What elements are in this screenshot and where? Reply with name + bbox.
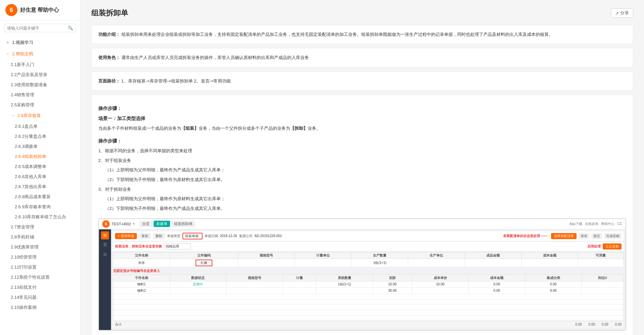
inner-copy-btn[interactable]: 复制 <box>139 233 151 239</box>
sidebar-item-29[interactable]: 2.9优惠券管理 <box>0 242 80 252</box>
inner-brow-4 <box>113 299 624 304</box>
sidebar-item-269[interactable]: 2.6.9库存账本查询 <box>0 202 80 212</box>
inner-tab-assembly[interactable]: 组装拆卸单 <box>171 221 195 227</box>
share-button[interactable]: ↗ 分享 <box>611 8 633 18</box>
sidebar-item-video[interactable]: ＋ 1.视频学习 <box>0 37 80 48</box>
sidebar-item-docs-label: 2.帮助文档 <box>12 51 33 57</box>
sidebar-item-28[interactable]: 2.8手机旺铺 <box>0 232 80 242</box>
scene1-title: 场景一：加工类型选择 <box>98 116 626 122</box>
inner-delete-btn[interactable]: 删除 <box>153 233 165 239</box>
inner-bottom-table: 子件名称 数据状态 规格型号 计量 系统数量 实际 成本单价 成本金额 集成分类 <box>113 275 624 321</box>
inner-footer-t4: 0.00 <box>615 323 622 326</box>
inner-confirm-btn[interactable]: 立定采购 <box>603 243 622 249</box>
step-3-1: （1）上部明细为父件明细，最终作为原材料生成其它出库单； <box>98 195 626 203</box>
screenshot-wrapper: 6 TEST-H002 ▾ 自贡 新建单 组装拆卸单 App下载 在线咨询 帮助… <box>98 218 626 331</box>
sidebar-item-266[interactable]: 2.6.6其他入库单 <box>0 172 80 182</box>
inner-tab-home[interactable]: 自贡 <box>140 221 152 227</box>
search-icon[interactable]: 🔍 <box>68 25 73 31</box>
inner-annotation-assembly: 组装业务、拆卸业务在这里切换 <box>115 244 162 249</box>
inner-top-cell-1-5: 1份(1+1) <box>352 259 408 267</box>
ops-steps-title: 操作步骤： <box>98 138 626 144</box>
inner-submit-btn[interactable]: 提交 <box>591 233 602 239</box>
inner-select-bom-btn[interactable]: 选择装配清单 <box>551 233 577 239</box>
sidebar-item-211[interactable]: 2.11打印设置 <box>0 262 80 272</box>
sidebar-item-22[interactable]: 2.2产品安装及登录 <box>0 70 80 80</box>
sidebar-item-261[interactable]: 2.6.1盘点单 <box>0 121 80 131</box>
inner-bc-1-7: 10.00 <box>412 281 469 287</box>
sidebar-item-212[interactable]: 2.12系统个性化设置 <box>0 272 80 282</box>
inner-brow-6 <box>113 310 624 315</box>
inner-app-icons: App下载 在线咨询 帮助中心 CC <box>570 222 622 226</box>
inner-find-input[interactable]: 找精品用 <box>164 243 191 249</box>
sidebar: 6 好生意 帮助中心 🔍 ＋ 1.视频学习 － 2.帮助文档 2.1新手入门 2… <box>0 0 80 335</box>
minus-icon-26: － <box>11 113 15 119</box>
inner-dropdown-icon: ▾ <box>133 222 135 226</box>
inner-sidebar-icon2[interactable]: ☰ <box>101 241 109 249</box>
inner-date-val: 2019-12-26 <box>220 234 237 238</box>
inner-bth-status: 数据状态 <box>170 275 226 281</box>
inner-bc-1-9: 0.00 <box>525 281 582 287</box>
inner-footer-label: 合计 <box>115 322 122 327</box>
share-icon: ↗ <box>615 11 619 16</box>
inner-tab-new[interactable]: 新建单 <box>154 221 170 227</box>
sidebar-item-27[interactable]: 2.7资金管理 <box>0 222 80 232</box>
inner-th-costamt: 成本金额 <box>522 252 578 259</box>
search-input[interactable] <box>7 26 68 31</box>
func-intro-label: 功能介绍： <box>98 32 120 37</box>
inner-top-cell-1-8 <box>522 259 578 267</box>
inner-footer-t3: 0.00 <box>602 323 608 326</box>
inner-save-btn[interactable]: 保存 <box>579 233 589 239</box>
sidebar-item-214[interactable]: 2.14常见问题 <box>0 292 80 302</box>
logo-circle: 6 <box>5 4 17 16</box>
inner-new-btn[interactable]: + 新增单据 <box>115 233 137 239</box>
inner-logo: 6 <box>102 220 110 228</box>
inner-footer-t1: 0.00 <box>575 323 582 326</box>
sidebar-item-264[interactable]: 2.6.4组装拆卸单 <box>0 152 80 162</box>
step-3-2: （2）下部明细为子件明细，最终作为产成品生成其它入库单。 <box>98 205 626 213</box>
sidebar-item-25[interactable]: 2.5采购管理 <box>0 100 80 110</box>
inner-th-spec: 规格型号 <box>238 252 295 259</box>
search-box[interactable]: 🔍 <box>4 24 76 32</box>
step-1: 1、根据不同的业务，选择不同单据的类型来处理 <box>98 147 626 155</box>
page-title: 组装拆卸单 <box>91 8 128 18</box>
inner-bth-category: 集成分类 <box>525 275 582 281</box>
sidebar-item-267[interactable]: 2.6.7其他出库单 <box>0 182 80 192</box>
inner-sidebar-icon3[interactable]: ◎ <box>101 250 109 258</box>
sidebar-item-docs[interactable]: － 2.帮助文档 <box>0 48 80 60</box>
sidebar-item-24[interactable]: 2.4销售管理 <box>0 90 80 100</box>
inner-bc-1-1: 物料1 <box>113 281 170 287</box>
sidebar-item-21[interactable]: 2.1新手入门 <box>0 60 80 70</box>
sidebar-item-265[interactable]: 2.6.5成本调整单 <box>0 162 80 172</box>
inner-th-unit: 计量单位 <box>295 252 352 259</box>
sidebar-item-26-label: 2.6库存核算 <box>17 113 41 119</box>
inner-type-input[interactable]: 组装单据 <box>182 233 203 239</box>
sidebar-item-262[interactable]: 2.6.2分量盘点单 <box>0 131 80 142</box>
inner-top-code-input[interactable]: 红糖 <box>196 260 212 266</box>
inner-th-avail: 可用量 <box>578 252 624 259</box>
step-2-2: （2）下部明细为子件明细，最终作为原材料生成其它出库单。 <box>98 176 626 184</box>
inner-brow-3 <box>113 294 624 299</box>
inner-complete-btn[interactable]: 完成采购 <box>604 233 622 239</box>
sidebar-item-215[interactable]: 2.15操作案例 <box>0 302 80 313</box>
inner-brow-5 <box>113 304 624 310</box>
sidebar-item-210[interactable]: 2.10经营管理 <box>0 252 80 262</box>
sidebar-item-268[interactable]: 2.6.8商品成本重算 <box>0 192 80 202</box>
path-text: 1、库存核算->库存管理->组装拆卸单 2、首页->常用功能 <box>121 78 231 83</box>
inner-top-table: 父件名称 父件编码 规格型号 计量单位 生产数量 生产单位 成品金额 成本金额 <box>113 252 624 267</box>
inner-bottom-table-section: 无固定流水号组编号在这里录入 <box>113 268 624 274</box>
bracket-assembly: 【组装】 <box>181 126 199 131</box>
inner-bc-2-1: 物料2 <box>113 287 170 294</box>
inner-brow-7 <box>113 315 624 321</box>
sidebar-item-26[interactable]: － 2.6库存核算 <box>0 110 80 121</box>
sidebar-item-213[interactable]: 2.13在线支付 <box>0 282 80 292</box>
share-label: 分享 <box>620 10 629 16</box>
inner-sidebar-home[interactable]: ⊞ <box>101 231 109 239</box>
inner-corp-val: AD-20191226-001 <box>255 234 282 238</box>
inner-bth-arrive: 到位U <box>582 275 624 281</box>
inner-th-fname: 父件名称 <box>113 252 170 259</box>
sidebar-item-263[interactable]: 2.6.3调拨单 <box>0 142 80 152</box>
sidebar-item-2610[interactable]: 2.6.10库存账本错了怎么办 <box>0 212 80 222</box>
sidebar-item-23[interactable]: 2.3使用前数据准备 <box>0 80 80 90</box>
inner-bth-spec: 规格型号 <box>226 275 283 281</box>
inner-bc-2-10 <box>582 287 624 294</box>
